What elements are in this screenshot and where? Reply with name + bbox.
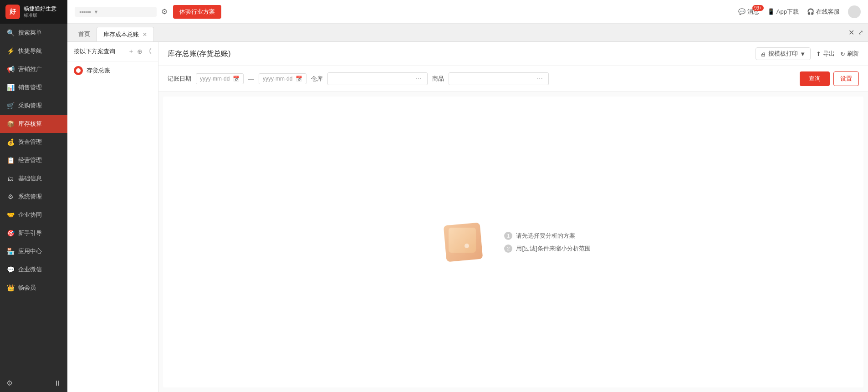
messages-btn[interactable]: 💬 消息 99+: [738, 8, 759, 16]
message-icon: 💬: [738, 8, 745, 15]
calendar-end-icon: 📅: [296, 76, 302, 82]
sidebar-item-search[interactable]: 🔍 搜索菜单: [0, 24, 67, 42]
sidebar-icon-appstore: 🏪: [6, 247, 15, 255]
filter-item-label: 存货总账: [87, 66, 110, 75]
messages-badge: 99+: [752, 5, 764, 11]
sidebar-item-marketing[interactable]: 📢 营销推广: [0, 60, 67, 78]
page-title: 库存总账(存货总账): [168, 49, 231, 59]
sidebar-nav: 🔍 搜索菜单 ⚡ 快捷导航 📢 营销推广 📊 销售管理 🛒 采购管理 📦 库存核…: [0, 24, 67, 374]
sidebar-label-wechat: 企业微信: [18, 265, 42, 274]
empty-step1: 1 请先选择要分析的方案: [504, 232, 590, 240]
sidebar-label-shortcut: 快捷导航: [18, 47, 42, 55]
filter-panel: 按以下方案查询 ＋ ⊕ 《 存货总账: [67, 42, 158, 392]
warehouse-input[interactable]: ···: [327, 72, 428, 85]
sidebar-item-shortcut[interactable]: ⚡ 快捷导航: [0, 42, 67, 60]
export-icon: ⬆: [816, 51, 821, 57]
filter-header-label: 按以下方案查询: [74, 47, 115, 56]
sidebar-item-wechat[interactable]: 💬 企业微信: [0, 260, 67, 279]
content: 按以下方案查询 ＋ ⊕ 《 存货总账 库存总账(存货总账): [67, 42, 868, 392]
sidebar-label-guide: 新手引导: [18, 229, 42, 237]
sidebar-label-finance: 资金管理: [18, 138, 42, 146]
sidebar-label-system: 系统管理: [18, 193, 42, 201]
phone-icon: 📱: [767, 8, 775, 15]
panel-expand-icon[interactable]: ⤢: [858, 29, 863, 36]
tab-close-icon[interactable]: ✕: [143, 31, 147, 38]
sidebar-icon-shortcut: ⚡: [6, 47, 15, 55]
user-avatar[interactable]: [848, 5, 861, 18]
sidebar-icon-marketing: 📢: [6, 65, 15, 73]
sidebar-icon-purchase: 🛒: [6, 102, 15, 110]
sidebar-footer: ⚙ ⏸: [0, 374, 67, 392]
export-btn[interactable]: ⬆ 导出: [816, 50, 835, 58]
sidebar-icon-wechat: 💬: [6, 265, 15, 274]
print-btn[interactable]: 🖨 按模板打印 ▼: [756, 47, 811, 60]
logo-icon: 好: [5, 5, 20, 19]
sidebar-item-sales[interactable]: 📊 销售管理: [0, 78, 67, 97]
sidebar-item-basic[interactable]: 🗂 基础信息: [0, 169, 67, 188]
sidebar-item-purchase[interactable]: 🛒 采购管理: [0, 97, 67, 115]
search-area[interactable]: ▪▪▪▪▪▪ ▼: [75, 7, 157, 17]
query-bar: 记账日期 yyyy-mm-dd 📅 — yyyy-mm-dd 📅 仓库 ··· …: [158, 66, 868, 92]
step1-num: 1: [504, 232, 512, 240]
sidebar-icon-guide: 🎯: [6, 229, 15, 237]
settings-icon[interactable]: ⚙: [6, 379, 13, 387]
sidebar-icon-finance: 💰: [6, 138, 15, 146]
box-face: [449, 228, 476, 253]
sidebar-item-finance[interactable]: 💰 资金管理: [0, 133, 67, 151]
refresh-icon: ↻: [840, 51, 845, 57]
goods-input[interactable]: ···: [449, 72, 549, 85]
sidebar-item-appstore[interactable]: 🏪 应用中心: [0, 242, 67, 260]
calendar-start-icon: 📅: [233, 76, 240, 82]
industry-btn[interactable]: 体验行业方案: [173, 5, 221, 19]
refresh-btn[interactable]: ↻ 刷新: [840, 50, 859, 58]
sidebar-icon-search: 🔍: [6, 29, 15, 37]
warehouse-more-icon: ···: [414, 75, 424, 83]
filter-collapse-icon[interactable]: 《: [145, 47, 152, 56]
filter-item-inventory[interactable]: 存货总账: [67, 61, 158, 80]
sidebar-label-enterprise: 企业协同: [18, 211, 42, 219]
tab-inventory-ledger[interactable]: 库存成本总账 ✕: [97, 27, 154, 41]
sidebar-icon-inventory: 📦: [6, 120, 15, 128]
sidebar-item-enterprise[interactable]: 🤝 企业协同: [0, 206, 67, 224]
date-end-input[interactable]: yyyy-mm-dd 📅: [259, 73, 306, 84]
sidebar-label-basic: 基础信息: [18, 174, 42, 183]
topbar-left: ▪▪▪▪▪▪ ▼ ⚙ 体验行业方案: [75, 5, 738, 19]
sidebar-icon-system: ⚙: [6, 193, 15, 201]
sidebar-item-inventory[interactable]: 📦 库存核算: [0, 115, 67, 133]
date-start-input[interactable]: yyyy-mm-dd 📅: [196, 73, 244, 84]
collapse-icon[interactable]: ⏸: [54, 379, 61, 387]
sidebar-label-purchase: 采购管理: [18, 102, 42, 110]
online-support-btn[interactable]: 🎧 在线客服: [807, 8, 840, 16]
sidebar-label-member: 畅会员: [18, 284, 36, 292]
tab-home[interactable]: 首页: [72, 27, 97, 41]
query-goods-label: 商品: [432, 75, 444, 83]
box-shine: [465, 244, 469, 248]
sidebar: 好 畅捷通好生意 标准版 🔍 搜索菜单 ⚡ 快捷导航 📢 营销推广 📊 销售管理…: [0, 0, 67, 392]
topbar: ▪▪▪▪▪▪ ▼ ⚙ 体验行业方案 💬 消息 99+ 📱 App下载 🎧 在线客…: [67, 0, 868, 24]
app-download-btn[interactable]: 📱 App下载: [767, 8, 799, 16]
tabbar: 首页 库存成本总账 ✕ ✕ ⤢: [67, 24, 868, 42]
sidebar-label-search: 搜索菜单: [18, 29, 42, 37]
sidebar-item-guide[interactable]: 🎯 新手引导: [0, 224, 67, 242]
sidebar-item-system[interactable]: ⚙ 系统管理: [0, 188, 67, 206]
filter-add-icon[interactable]: ＋: [128, 47, 134, 56]
filter-setting-icon[interactable]: ⊕: [137, 48, 143, 55]
sidebar-item-operation[interactable]: 📋 经营管理: [0, 151, 67, 169]
query-warehouse-label: 仓库: [311, 75, 323, 83]
goods-more-icon: ···: [535, 75, 545, 83]
date-separator: —: [248, 76, 254, 82]
query-button[interactable]: 查询: [800, 71, 830, 86]
panel-close-icon[interactable]: ✕: [848, 28, 854, 37]
sidebar-icon-sales: 📊: [6, 83, 15, 92]
setting-button[interactable]: 设置: [833, 71, 859, 86]
filter-header: 按以下方案查询 ＋ ⊕ 《: [67, 42, 158, 61]
sidebar-icon-enterprise: 🤝: [6, 211, 15, 219]
empty-text: 1 请先选择要分析的方案 2 用[过滤]条件来缩小分析范围: [504, 232, 590, 253]
gear-icon[interactable]: ⚙: [161, 7, 168, 16]
app-logo: 好 畅捷通好生意 标准版: [0, 0, 67, 24]
printer-icon: 🖨: [761, 51, 766, 57]
empty-content: 1 请先选择要分析的方案 2 用[过滤]条件来缩小分析范围: [436, 215, 590, 270]
sidebar-icon-basic: 🗂: [6, 174, 15, 183]
sidebar-item-member[interactable]: 👑 畅会员: [0, 279, 67, 297]
filter-item-icon: [74, 66, 83, 75]
